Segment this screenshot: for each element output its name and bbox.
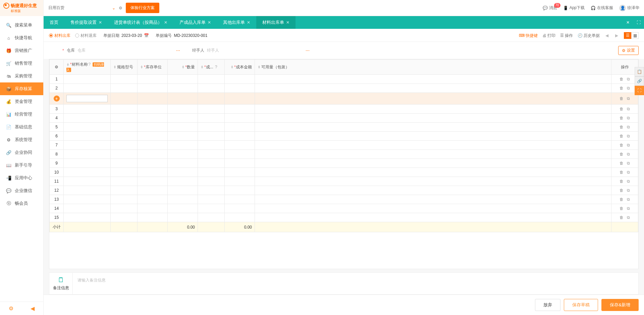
tab-5[interactable]: 材料出库单✕ [256, 16, 296, 29]
shortcut-link[interactable]: ⌨ 快捷键 [519, 33, 538, 39]
user-menu[interactable]: 👤 徐泽华 [619, 5, 639, 11]
sidebar-item-12[interactable]: 📲应用中心 [0, 172, 43, 184]
save-draft-button[interactable]: 保存草稿 [564, 299, 598, 311]
print-link[interactable]: 🖨 打印 [542, 33, 555, 39]
sidebar-item-5[interactable]: 📦库存核算 [0, 82, 43, 95]
delete-row-icon[interactable]: 🗑 [619, 179, 625, 184]
tab-0[interactable]: 首页 [44, 16, 64, 29]
tab-2[interactable]: 进货单统计表（按商品）✕ [108, 16, 173, 29]
next-doc-icon[interactable]: ▶ [614, 33, 619, 38]
delete-row-icon[interactable]: 🗑 [619, 215, 625, 220]
tab-fullscreen-icon[interactable]: ⛶ [633, 16, 644, 29]
tab-close-all-icon[interactable]: ✕ [623, 16, 633, 29]
table-row[interactable]: 9🗑 ⧉ [50, 159, 638, 168]
delete-row-icon[interactable]: 🗑 [619, 134, 625, 138]
copy-row-icon[interactable]: ⧉ [626, 179, 631, 184]
radio-material-out[interactable]: 材料出库 [49, 33, 70, 39]
table-row[interactable]: 4🗑 ⧉ [50, 114, 638, 123]
table-row[interactable]: 13🗑 ⧉ [50, 195, 638, 204]
tab-1[interactable]: 售价提取设置✕ [64, 16, 108, 29]
material-name-input[interactable] [66, 95, 108, 102]
col-settings-icon[interactable]: ⚙ [50, 60, 64, 75]
org-settings-icon[interactable]: ⚙ [119, 6, 122, 10]
delete-row-icon[interactable]: 🗑 [619, 86, 625, 90]
table-row[interactable]: 6🗑 ⧉ [50, 132, 638, 141]
sidebar-item-6[interactable]: 💰资金管理 [0, 95, 43, 108]
trial-button[interactable]: 体验行业方案 [126, 3, 159, 13]
sidebar-item-2[interactable]: 🎁营销推广 [0, 44, 43, 57]
side-tool-1-icon[interactable]: 📋 [635, 67, 644, 76]
side-tool-3-icon[interactable]: ⛶ [635, 86, 644, 95]
copy-row-icon[interactable]: ⧉ [626, 96, 631, 101]
col-cost[interactable]: ▲▼*成... ? [198, 60, 225, 75]
calendar-icon[interactable]: 📅 [144, 33, 149, 38]
delete-row-icon[interactable]: 🗑 [619, 170, 625, 175]
close-icon[interactable]: ✕ [99, 20, 102, 25]
save-new-button[interactable]: 保存&新增 [601, 299, 639, 311]
online-service-link[interactable]: 🎧 在线客服 [591, 5, 613, 11]
table-row[interactable]: 11🗑 ⧉ [50, 177, 638, 186]
delete-row-icon[interactable]: 🗑 [619, 107, 625, 111]
delete-row-icon[interactable]: 🗑 [619, 125, 625, 129]
copy-row-icon[interactable]: ⧉ [626, 107, 631, 111]
radio-material-return[interactable]: 材料退库 [75, 33, 97, 39]
messages-link[interactable]: 💬 消息 70 [543, 5, 557, 11]
copy-row-icon[interactable]: ⧉ [626, 116, 631, 120]
settings-gear-icon[interactable]: ⚙ [9, 305, 13, 312]
table-row[interactable]: 5🗑 ⧉ [50, 123, 638, 132]
sidebar-item-13[interactable]: 💬企业微信 [0, 184, 43, 197]
copy-row-icon[interactable]: ⧉ [626, 152, 631, 156]
tab-3[interactable]: 产成品入库单✕ [173, 16, 217, 29]
table-row[interactable]: 12🗑 ⧉ [50, 186, 638, 195]
delete-row-icon[interactable]: 🗑 [619, 197, 625, 202]
delete-row-icon[interactable]: 🗑 [619, 77, 625, 81]
delete-row-icon[interactable]: 🗑 [619, 152, 625, 156]
table-row[interactable]: 14🗑 ⧉ [50, 204, 638, 213]
copy-row-icon[interactable]: ⧉ [626, 125, 631, 129]
view-grid-icon[interactable]: ▦ [631, 32, 639, 39]
doc-date-value[interactable]: 2023-03-20 [121, 33, 142, 38]
delete-row-icon[interactable]: 🗑 [619, 116, 625, 120]
org-selector[interactable]: 日用百货 ⌄ [48, 5, 115, 11]
collapse-sidebar-icon[interactable]: ◀ [31, 305, 35, 312]
copy-row-icon[interactable]: ⧉ [626, 86, 631, 90]
view-list-icon[interactable]: ☰ [624, 32, 631, 39]
table-row[interactable]: 10🗑 ⧉ [50, 168, 638, 177]
remark-input[interactable]: 请输入备注信息 [73, 273, 638, 294]
tab-4[interactable]: 其他出库单✕ [217, 16, 256, 29]
col-unit[interactable]: ▲▼*库存单位 [138, 60, 168, 75]
copy-row-icon[interactable]: ⧉ [626, 206, 631, 211]
sidebar-item-14[interactable]: Ⓥ畅会员 [0, 197, 43, 210]
delete-row-icon[interactable]: 🗑 [619, 161, 625, 166]
sidebar-item-4[interactable]: 🛍采购管理 [0, 70, 43, 82]
table-row[interactable]: 15🗑 ⧉ [50, 213, 638, 222]
col-avail[interactable]: ▲▼可用量（包装） [255, 60, 611, 75]
handler-input[interactable]: 经手人 [207, 48, 301, 54]
sidebar-item-8[interactable]: 📄基础信息 [0, 121, 43, 133]
copy-row-icon[interactable]: ⧉ [626, 77, 631, 81]
sidebar-item-7[interactable]: 📊经营管理 [0, 108, 43, 121]
delete-row-icon[interactable]: 🗑 [619, 143, 625, 147]
sidebar-item-0[interactable]: 🔍搜索菜单 [0, 19, 43, 32]
table-row[interactable]: 8🗑 ⧉ [50, 150, 638, 159]
prev-doc-icon[interactable]: ◀ [604, 33, 609, 38]
close-icon[interactable]: ✕ [286, 20, 289, 25]
close-icon[interactable]: ✕ [247, 20, 250, 25]
table-row[interactable]: 3🗑 ⧉ [50, 105, 638, 114]
sidebar-item-9[interactable]: ⚙系统管理 [0, 133, 43, 146]
copy-row-icon[interactable]: ⧉ [626, 134, 631, 138]
close-icon[interactable]: ✕ [208, 20, 211, 25]
table-row[interactable]: +🗑 ⧉ [50, 93, 638, 105]
delete-row-icon[interactable]: 🗑 [619, 96, 625, 101]
help-icon[interactable]: ? [215, 65, 217, 69]
help-icon[interactable]: ? [89, 62, 91, 67]
table-row[interactable]: 7🗑 ⧉ [50, 141, 638, 150]
delete-row-icon[interactable]: 🗑 [619, 206, 625, 211]
copy-row-icon[interactable]: ⧉ [626, 161, 631, 166]
app-download-link[interactable]: 📱 App下载 [563, 5, 585, 11]
col-cost-amt[interactable]: ▲▼*成本金额 [225, 60, 255, 75]
sidebar-item-10[interactable]: 🔗企业协同 [0, 146, 43, 159]
copy-row-icon[interactable]: ⧉ [626, 188, 631, 193]
sidebar-item-11[interactable]: 📖新手引导 [0, 159, 43, 172]
copy-row-icon[interactable]: ⧉ [626, 170, 631, 175]
